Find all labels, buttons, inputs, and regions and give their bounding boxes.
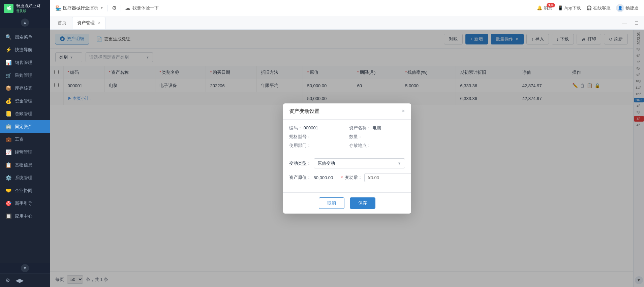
sidebar-item-label: 采购管理 (15, 72, 32, 78)
phone-icon: 📱 (558, 5, 563, 10)
sidebar-item-search[interactable]: 🔍 搜索菜单 (0, 31, 50, 43)
sidebar-item-label: 搜索菜单 (15, 34, 32, 40)
sidebar-collapse-icon[interactable]: ◀▶ (16, 277, 24, 284)
sidebar-header: 畅 畅捷通好业财 普及版 (0, 0, 50, 17)
main-area: 🏪 医疗器械行业演示 ▼ ⚙ ☁ 我要体验一下 🔔 消息 99+ 📱 App下载… (50, 0, 644, 287)
service-button[interactable]: 🎧 在线客服 (586, 5, 611, 11)
change-type-arrow: ▼ (398, 161, 401, 165)
system-icon: ⚙️ (5, 175, 11, 181)
headset-icon: 🎧 (586, 5, 592, 10)
sidebar-item-finance[interactable]: 💰 资金管理 (0, 95, 50, 107)
purchase-icon: 🛒 (5, 72, 11, 78)
sidebar-item-purchase[interactable]: 🛒 采购管理 (0, 69, 50, 82)
ledger-icon: 📒 (5, 111, 11, 117)
quicknav-icon: ⚡ (5, 47, 11, 53)
sidebar-scroll-up[interactable]: ▲ (21, 19, 29, 27)
topbar: 🏪 医疗器械行业演示 ▼ ⚙ ☁ 我要体验一下 🔔 消息 99+ 📱 App下载… (50, 0, 644, 16)
tab-minimize-button[interactable]: — (620, 18, 629, 28)
experience-label: 我要体验一下 (132, 5, 159, 11)
company-name: 医疗器械行业演示 (63, 5, 98, 11)
sidebar-item-collab[interactable]: 🤝 企业协同 (0, 184, 50, 197)
app-download-label: App下载 (564, 5, 581, 11)
sidebar-item-label: 应用中心 (15, 213, 32, 219)
quantity-label: 数量： (349, 134, 362, 140)
tab-maximize-button[interactable]: □ (632, 18, 641, 28)
app-edition: 普及版 (16, 9, 40, 13)
sidebar-item-appstore[interactable]: 🔲 应用中心 (0, 210, 50, 223)
sidebar-item-system[interactable]: ⚙️ 系统管理 (0, 171, 50, 184)
modal-divider (289, 154, 405, 154)
sidebar-item-guide[interactable]: 🎯 新手引导 (0, 197, 50, 210)
search-icon: 🔍 (5, 34, 11, 40)
after-value-input[interactable] (364, 173, 411, 182)
spec-label: 规格型号： (289, 134, 311, 140)
sidebar-item-ledger[interactable]: 📒 总账管理 (0, 107, 50, 120)
sidebar-scroll-down[interactable]: ▼ (21, 264, 29, 272)
company-selector[interactable]: 🏪 医疗器械行业演示 ▼ (55, 5, 103, 11)
company-icon: 🏪 (55, 5, 61, 11)
tab-home[interactable]: 首页 (53, 17, 71, 29)
sidebar-item-label: 基础信息 (15, 162, 32, 168)
inventory-icon: 📦 (5, 85, 11, 91)
tab-close-icon[interactable]: × (98, 21, 100, 25)
ops-icon: 📈 (5, 149, 11, 155)
topbar-divider-1 (108, 5, 108, 11)
modal-header: 资产变动设置 × (283, 103, 411, 120)
asset-change-modal: 资产变动设置 × 编码： 000001 资产名称： 电脑 (283, 103, 411, 214)
modal-close-button[interactable]: × (402, 108, 405, 114)
notifications-button[interactable]: 🔔 消息 99+ (537, 5, 552, 11)
asset-name-label: 资产名称： (349, 125, 371, 131)
sidebar-item-label: 系统管理 (15, 175, 32, 181)
change-type-select[interactable]: 原值变动 ▼ (314, 158, 405, 168)
location-label: 存放地点： (349, 142, 371, 149)
asset-value-label: 资产原值： (289, 174, 311, 181)
sidebar-item-payroll[interactable]: 💼 工资 (0, 133, 50, 146)
dept-label: 使用部门： (289, 142, 311, 149)
appstore-icon: 🔲 (5, 213, 11, 219)
modal-dept-item: 使用部门： (289, 142, 345, 149)
user-menu[interactable]: 👤 畅捷通 (616, 4, 639, 12)
asset-value-value: 50,000.00 (314, 175, 333, 180)
sidebar: 畅 畅捷通好业财 普及版 ▲ 🔍 搜索菜单 ⚡ 快捷导航 📊 销售管理 🛒 采购… (0, 0, 50, 287)
required-star: * (341, 175, 343, 180)
code-label: 编码： (289, 125, 302, 131)
app-title: 畅捷通好业财 (16, 3, 40, 9)
modal-code-item: 编码： 000001 (289, 125, 345, 131)
change-type-value: 原值变动 (317, 160, 335, 166)
sidebar-item-label: 工资 (15, 136, 24, 142)
sidebar-item-quicknav[interactable]: ⚡ 快捷导航 (0, 43, 50, 56)
app-download-button[interactable]: 📱 App下载 (558, 5, 581, 11)
username-label: 畅捷通 (625, 5, 639, 11)
tab-asset-mgmt[interactable]: 资产管理 × (72, 17, 105, 29)
finance-icon: 💰 (5, 98, 11, 104)
tab-asset-mgmt-label: 资产管理 (77, 20, 95, 26)
fixed-assets-icon: 🏢 (5, 124, 11, 130)
experience-button[interactable]: ☁ 我要体验一下 (125, 5, 159, 11)
sidebar-item-basic[interactable]: 📋 基础信息 (0, 159, 50, 171)
sidebar-item-fixed[interactable]: 🏢 固定资产 (0, 120, 50, 133)
content-area: ◉ 资产明细 📄 变更生成凭证 对账 + 新增 批量操作 ▼ (50, 30, 644, 287)
modal-asset-name-item: 资产名称： 电脑 (349, 125, 405, 131)
sidebar-item-inventory[interactable]: 📦 库存核算 (0, 82, 50, 95)
save-button[interactable]: 保存 (350, 197, 375, 209)
sidebar-nav: 🔍 搜索菜单 ⚡ 快捷导航 📊 销售管理 🛒 采购管理 📦 库存核算 💰 资金管… (0, 28, 50, 263)
cancel-button[interactable]: 取消 (319, 197, 344, 209)
asset-name-value: 电脑 (372, 125, 381, 131)
settings-icon[interactable]: ⚙ (5, 277, 10, 284)
sidebar-item-ops[interactable]: 📈 经营管理 (0, 146, 50, 159)
topbar-divider-2 (121, 5, 121, 11)
sidebar-footer: ⚙ ◀▶ (0, 274, 50, 287)
modal-body: 编码： 000001 资产名称： 电脑 规格型号： 数量： (283, 120, 411, 192)
tabbar: 首页 资产管理 × — □ (50, 16, 644, 30)
sidebar-item-sales[interactable]: 📊 销售管理 (0, 56, 50, 69)
topbar-right: 🔔 消息 99+ 📱 App下载 🎧 在线客服 👤 畅捷通 (537, 4, 639, 12)
sales-icon: 📊 (5, 60, 11, 66)
app-logo: 畅 (4, 4, 13, 13)
change-type-field: 变动类型： 原值变动 ▼ (289, 158, 405, 168)
modal-info-grid: 编码： 000001 资产名称： 电脑 规格型号： 数量： (289, 125, 405, 149)
sidebar-item-label: 快捷导航 (15, 47, 32, 53)
modal-title: 资产变动设置 (289, 108, 319, 115)
modal-overlay: 资产变动设置 × 编码： 000001 资产名称： 电脑 (50, 30, 644, 287)
topbar-settings-button[interactable]: ⚙ (112, 5, 117, 11)
modal-spec-item: 规格型号： (289, 134, 345, 140)
